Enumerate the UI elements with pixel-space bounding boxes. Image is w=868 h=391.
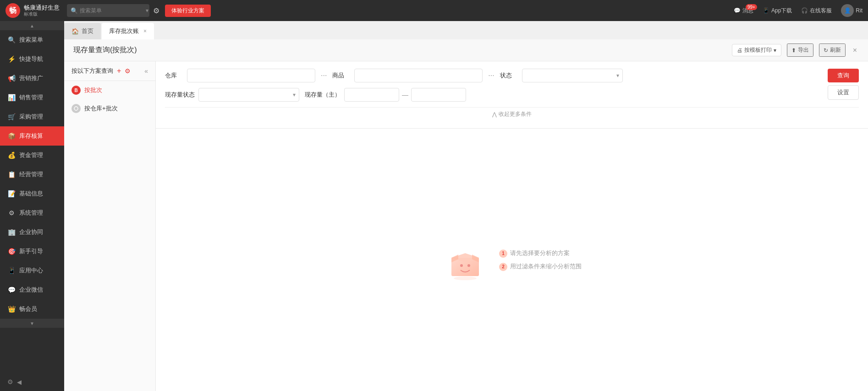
warehouse-dots-btn[interactable]: ··· <box>321 71 327 80</box>
app-download-btn[interactable]: 📱 App下载 <box>763 7 792 15</box>
sidebar-item-operation[interactable]: 📋 经营管理 <box>0 165 64 184</box>
scheme-settings-icon[interactable]: ⚙ <box>125 67 131 75</box>
sidebar-scroll-down[interactable]: ▼ <box>0 319 64 328</box>
sidebar-item-quick-nav[interactable]: ⚡ 快捷导航 <box>0 49 64 69</box>
user-avatar-btn[interactable]: 👤 Rit <box>841 4 863 17</box>
setting-btn[interactable]: 设置 <box>828 85 859 100</box>
sidebar-bottom[interactable]: ⚙ ◀ <box>0 373 64 391</box>
experience-btn[interactable]: 体验行业方案 <box>165 5 211 17</box>
empty-state: 1 请先选择要分析的方案 2 用过滤条件来缩小分析范围 <box>156 129 868 391</box>
search-input[interactable] <box>80 7 144 14</box>
sidebar-label: 企业微信 <box>19 286 43 294</box>
sidebar-item-enterprise[interactable]: 🏢 企业协同 <box>0 223 64 242</box>
stock-qty-to-input[interactable] <box>411 88 466 102</box>
megaphone-icon: 📢 <box>7 74 16 82</box>
status-select[interactable]: 正常 停用 <box>522 69 623 82</box>
print-btn[interactable]: 🖨 按模板打印 ▾ <box>732 44 781 56</box>
left-panel-header: 按以下方案查询 + ⚙ « <box>64 61 155 81</box>
product-input[interactable] <box>354 69 483 82</box>
sidebar-item-basic[interactable]: 📝 基础信息 <box>0 184 64 203</box>
page-body: 按以下方案查询 + ⚙ « B 按批次 按仓库+批次 <box>64 61 868 391</box>
main-layout: ▲ 🔍 搜索菜单 ⚡ 快捷导航 📢 营销推广 📊 销售管理 🛒 采购管理 📦 库… <box>0 21 868 391</box>
filter-row-2: 现存量状态 有库存 零库存 负库存 <box>165 88 859 102</box>
avatar: 👤 <box>841 4 854 17</box>
crown-icon: 👑 <box>7 305 16 313</box>
sidebar-label: 基础信息 <box>19 190 43 198</box>
warehouse-label: 仓库 <box>165 71 183 80</box>
panel-collapse-icon[interactable]: « <box>144 67 148 75</box>
search-icon: 🔍 <box>71 7 78 14</box>
headset-icon: 🎧 <box>801 7 808 14</box>
product-dots-btn[interactable]: ··· <box>488 71 494 80</box>
tab-batch-account[interactable]: 库存批次账 × <box>102 23 154 39</box>
close-btn[interactable]: × <box>851 44 859 56</box>
online-service-btn[interactable]: 🎧 在线客服 <box>801 7 832 15</box>
filter-range-stock-qty: — <box>344 88 466 102</box>
empty-text: 1 请先选择要分析的方案 2 用过滤条件来缩小分析范围 <box>499 249 582 271</box>
sidebar-item-member[interactable]: 👑 畅会员 <box>0 299 64 319</box>
sidebar-item-search[interactable]: 🔍 搜索菜单 <box>0 30 64 49</box>
tab-label: 库存批次账 <box>109 27 139 35</box>
chevron-down-icon: ▾ <box>146 7 148 14</box>
sidebar-item-apps[interactable]: 📱 应用中心 <box>0 261 64 280</box>
print-label: 按模板打印 <box>744 46 772 54</box>
topbar-search[interactable]: 🔍 ▾ <box>67 4 149 17</box>
sidebar-item-inventory[interactable]: 📦 库存核算 <box>0 126 64 146</box>
collapse-label: 收起更多条件 <box>499 110 532 118</box>
tab-label: 首页 <box>82 27 93 35</box>
message-btn[interactable]: 💬 消息 99+ <box>734 7 753 15</box>
sidebar-scroll-up[interactable]: ▲ <box>0 21 64 30</box>
sidebar-label: 销售管理 <box>19 93 43 102</box>
stock-status-select[interactable]: 有库存 零库存 负库存 <box>198 88 299 102</box>
warehouse-input[interactable] <box>187 69 315 82</box>
building-icon: 🏢 <box>7 228 16 236</box>
sidebar-item-newbie[interactable]: 🎯 新手引导 <box>0 242 64 261</box>
svg-point-6 <box>467 264 470 267</box>
svg-point-5 <box>460 264 463 267</box>
tab-close-btn[interactable]: × <box>143 28 147 34</box>
filter-group-warehouse: 仓库 ··· <box>165 69 327 82</box>
sidebar-item-finance[interactable]: 💰 资金管理 <box>0 146 64 165</box>
cart-icon: 🛒 <box>7 113 16 121</box>
sidebar-label: 搜索菜单 <box>19 36 43 44</box>
add-scheme-icon[interactable]: + <box>117 67 121 75</box>
content-area: 🏠 首页 库存批次账 × 现存量查询(按批次) 🖨 按模板打印 ▾ <box>64 21 868 391</box>
refresh-label: 刷新 <box>830 46 841 54</box>
username: Rit <box>856 7 863 14</box>
chat-icon: 💬 <box>7 286 16 294</box>
scheme-item-by-batch[interactable]: B 按批次 <box>64 81 155 99</box>
collapse-more-btn[interactable]: ⋀ 收起更多条件 <box>165 107 859 121</box>
step-2-circle: 2 <box>499 263 507 271</box>
empty-state-illustration <box>442 237 488 283</box>
home-icon: 🏠 <box>71 28 79 35</box>
sidebar-item-purchase[interactable]: 🛒 采购管理 <box>0 107 64 126</box>
mobile-icon: 📱 <box>7 266 16 275</box>
target-icon: 🎯 <box>7 247 16 255</box>
sidebar-label: 库存核算 <box>19 132 43 140</box>
sidebar-item-marketing[interactable]: 📢 营销推广 <box>0 69 64 88</box>
note-icon: 📝 <box>7 190 16 198</box>
sidebar-label: 快捷导航 <box>19 55 43 63</box>
printer-icon: 🖨 <box>737 47 742 54</box>
sidebar-item-system[interactable]: ⚙ 系统管理 <box>0 203 64 223</box>
clipboard-icon: 📋 <box>7 170 16 179</box>
sidebar-item-sales[interactable]: 📊 销售管理 <box>0 88 64 107</box>
refresh-btn[interactable]: ↻ 刷新 <box>819 43 846 57</box>
query-btn[interactable]: 查询 <box>828 69 859 82</box>
sidebar-label: 经营管理 <box>19 170 43 179</box>
empty-step-2: 2 用过滤条件来缩小分析范围 <box>499 262 582 271</box>
export-label: 导出 <box>798 46 809 54</box>
settings-icon[interactable]: ⚙ <box>153 6 159 15</box>
tab-home[interactable]: 🏠 首页 <box>64 23 101 39</box>
settings-icon: ⚙ <box>7 378 13 386</box>
topbar-right: 💬 消息 99+ 📱 App下载 🎧 在线客服 👤 Rit <box>734 4 863 17</box>
export-btn[interactable]: ⬆ 导出 <box>787 43 813 57</box>
product-label: 商品 <box>332 71 351 80</box>
svg-point-0 <box>74 107 78 110</box>
stock-qty-from-input[interactable] <box>344 88 399 102</box>
scheme-item-by-warehouse-batch[interactable]: 按仓库+批次 <box>64 99 155 118</box>
filter-group-status: 状态 正常 停用 <box>500 69 859 82</box>
refresh-icon: ↻ <box>824 47 828 54</box>
sidebar-label: 营销推广 <box>19 74 43 82</box>
sidebar-item-wechat[interactable]: 💬 企业微信 <box>0 280 64 299</box>
